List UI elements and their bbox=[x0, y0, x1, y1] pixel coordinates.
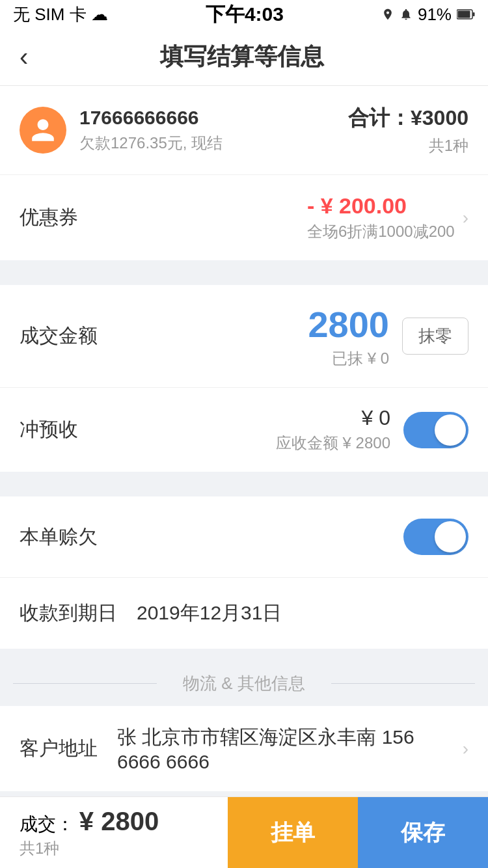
chevron-right-icon: › bbox=[463, 208, 468, 228]
nav-bar: ‹ 填写结算等信息 bbox=[0, 29, 488, 86]
deal-amount-label: 成交金额 bbox=[20, 323, 98, 349]
address-value: 张 北京市市辖区海淀区永丰南 156 6666 6666 bbox=[117, 724, 463, 773]
prereceive-row: 冲预收 ¥ 0 应收金额 ¥ 2800 bbox=[0, 387, 488, 472]
total-amount: 合计：¥3000 bbox=[348, 104, 468, 133]
bad-debt-label: 本单赊欠 bbox=[20, 524, 98, 550]
divider-1 bbox=[0, 272, 488, 285]
prereceive-sub: 应收金额 ¥ 2800 bbox=[276, 433, 390, 454]
customer-phone: 17666666666 bbox=[79, 107, 223, 129]
customer-debt: 欠款1276.35元, 现结 bbox=[79, 133, 223, 154]
deal-amount-sub: 已抹 ¥ 0 bbox=[308, 348, 389, 369]
location-icon bbox=[381, 8, 394, 21]
hang-button[interactable]: 挂单 bbox=[228, 797, 358, 869]
due-date-label: 收款到期日 bbox=[20, 600, 117, 627]
logistics-separator-text: 物流 & 其他信息 bbox=[183, 672, 305, 695]
coupon-right: - ¥ 200.00 全场6折满1000减200 › bbox=[307, 193, 468, 242]
customer-row: 17666666666 欠款1276.35元, 现结 合计：¥3000 共1种 bbox=[0, 86, 488, 174]
battery-icon bbox=[457, 9, 475, 20]
due-date-value: 2019年12月31日 bbox=[137, 600, 282, 627]
deal-amount-value: 2800 bbox=[308, 303, 389, 346]
logistics-separator: 物流 & 其他信息 bbox=[0, 660, 488, 706]
separator-line-left bbox=[13, 683, 157, 684]
bad-debt-toggle-knob bbox=[435, 521, 466, 552]
deal-amount-row: 成交金额 2800 已抹 ¥ 0 抹零 bbox=[0, 285, 488, 387]
sim-status: 无 SIM 卡 ☁ bbox=[13, 3, 108, 26]
avatar bbox=[20, 107, 66, 154]
address-row[interactable]: 客户地址 张 北京市市辖区海淀区永丰南 156 6666 6666 › bbox=[0, 706, 488, 791]
bottom-deal-label: 成交： bbox=[20, 814, 74, 834]
prereceive-toggle[interactable] bbox=[403, 412, 468, 448]
prereceive-amount-block: ¥ 0 应收金额 ¥ 2800 bbox=[276, 406, 390, 454]
bottom-deal-amount: ¥ 2800 bbox=[79, 807, 159, 835]
bad-debt-toggle[interactable] bbox=[403, 519, 468, 555]
address-section: 客户地址 张 北京市市辖区海淀区永丰南 156 6666 6666 › bbox=[0, 706, 488, 791]
coupon-label: 优惠券 bbox=[20, 204, 78, 231]
prereceive-amount: ¥ 0 bbox=[276, 406, 390, 430]
bad-debt-row: 本单赊欠 bbox=[0, 496, 488, 577]
deal-amount-right: 2800 已抹 ¥ 0 抹零 bbox=[308, 303, 468, 369]
bottom-count: 共1种 bbox=[20, 838, 208, 859]
bottom-deal-row: 成交： ¥ 2800 bbox=[20, 807, 208, 837]
coupon-row[interactable]: 优惠券 - ¥ 200.00 全场6折满1000减200 › bbox=[0, 174, 488, 260]
bad-debt-section: 本单赊欠 收款到期日 2019年12月31日 bbox=[0, 496, 488, 649]
separator-line-right bbox=[331, 683, 475, 684]
coupon-amount: - ¥ 200.00 bbox=[307, 193, 455, 219]
save-button[interactable]: 保存 bbox=[358, 797, 488, 869]
deal-amount-section: 成交金额 2800 已抹 ¥ 0 抹零 冲预收 ¥ 0 应收金额 ¥ 2800 bbox=[0, 285, 488, 472]
divider-2 bbox=[0, 483, 488, 496]
alarm-icon bbox=[400, 8, 413, 21]
total-count: 共1种 bbox=[348, 135, 468, 156]
address-chevron-icon: › bbox=[463, 739, 468, 759]
prereceive-right: ¥ 0 应收金额 ¥ 2800 bbox=[276, 406, 468, 454]
eraser-button[interactable]: 抹零 bbox=[402, 318, 468, 355]
svg-rect-1 bbox=[458, 11, 470, 18]
status-bar: 无 SIM 卡 ☁ 下午4:03 91% bbox=[0, 0, 488, 29]
status-time: 下午4:03 bbox=[206, 1, 284, 28]
status-left: 无 SIM 卡 ☁ bbox=[13, 3, 108, 26]
user-icon bbox=[29, 116, 57, 144]
customer-info: 17666666666 欠款1276.35元, 现结 bbox=[79, 107, 223, 154]
status-right: 91% bbox=[381, 5, 475, 25]
customer-right: 合计：¥3000 共1种 bbox=[348, 104, 468, 156]
back-button[interactable]: ‹ bbox=[20, 42, 28, 72]
bottom-summary: 成交： ¥ 2800 共1种 bbox=[0, 807, 228, 859]
svg-rect-2 bbox=[473, 12, 475, 16]
customer-left: 17666666666 欠款1276.35元, 现结 bbox=[20, 107, 223, 154]
prereceive-label: 冲预收 bbox=[20, 416, 78, 443]
coupon-description: 全场6折满1000减200 bbox=[307, 221, 455, 242]
address-chevron: › bbox=[463, 739, 468, 759]
customer-section: 17666666666 欠款1276.35元, 现结 合计：¥3000 共1种 … bbox=[0, 86, 488, 260]
nav-title: 填写结算等信息 bbox=[41, 41, 442, 73]
due-date-row: 收款到期日 2019年12月31日 bbox=[0, 577, 488, 649]
toggle-knob bbox=[435, 414, 466, 446]
address-label: 客户地址 bbox=[20, 735, 98, 762]
bottom-bar: 成交： ¥ 2800 共1种 挂单 保存 bbox=[0, 796, 488, 868]
battery-percent: 91% bbox=[418, 5, 452, 25]
